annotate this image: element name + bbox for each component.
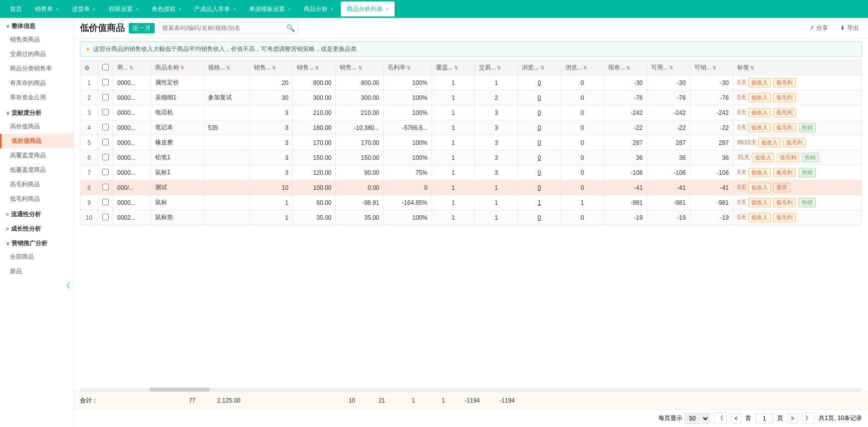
sort-icon-spec[interactable]: ⇅ [226, 65, 230, 70]
nav-close-icon[interactable]: × [386, 6, 389, 12]
nav-item[interactable]: 进货单× [66, 1, 102, 16]
row-checkbox[interactable] [102, 124, 109, 130]
cell-checkbox[interactable] [98, 135, 113, 150]
cell-checkbox[interactable] [98, 90, 113, 105]
cell-browse1[interactable]: 0 [518, 165, 561, 180]
cell-browse1[interactable]: 0 [518, 120, 561, 135]
sidebar-group-title[interactable]: >成长性分析 [0, 221, 73, 235]
nav-item[interactable]: 商品分析× [298, 1, 340, 16]
sort-icon-sales-amount[interactable]: ⇅ [315, 65, 319, 70]
search-input[interactable] [162, 24, 284, 31]
cell-browse1[interactable]: 0 [518, 105, 561, 120]
sort-icon-current-stock[interactable]: ⇅ [626, 65, 630, 70]
sort-icon-gross-margin[interactable]: ⇅ [407, 65, 411, 70]
sort-icon-available[interactable]: ⇅ [669, 65, 673, 70]
sort-icon-sales-profit[interactable]: ⇅ [358, 65, 362, 70]
sidebar-group-title[interactable]: ∨整体信息 [0, 18, 73, 32]
page-number-input[interactable] [755, 414, 773, 424]
row-checkbox[interactable] [102, 154, 109, 160]
row-checkbox[interactable] [102, 109, 109, 115]
sidebar-group-title[interactable]: ∨营销推广分析 [0, 235, 73, 250]
nav-item[interactable]: 产成品入库单× [188, 1, 242, 16]
cell-name[interactable]: 鼠标1 [151, 165, 204, 180]
sidebar-item[interactable]: 高价值商品 [0, 119, 73, 134]
sidebar-item[interactable]: 新品 [0, 264, 73, 279]
cell-name[interactable]: 属性定价 [151, 75, 204, 90]
cell-name[interactable]: 鼠标 [151, 195, 204, 210]
sidebar-item[interactable]: 高覆盖度商品 [0, 148, 73, 163]
table-container[interactable]: ⚙ 商...⇅ 商品名称⇅ 规格...⇅ 销售...⇅ 销售...⇅ 销售...… [80, 60, 862, 388]
sidebar-item[interactable]: 高毛利商品 [0, 177, 73, 192]
scrollbar-area[interactable] [80, 388, 862, 392]
sidebar-item[interactable]: 低覆盖度商品 [0, 163, 73, 177]
cell-name[interactable]: 笔记本 [151, 120, 204, 135]
sidebar-item[interactable]: 低毛利商品 [0, 192, 73, 206]
browse1-link[interactable]: 0 [538, 154, 541, 161]
cell-name[interactable]: 吴细细1 [151, 90, 204, 105]
nav-close-icon[interactable]: × [233, 6, 236, 12]
cell-checkbox[interactable] [98, 75, 113, 90]
sort-icon-name[interactable]: ⇅ [180, 65, 184, 70]
sort-icon-sellable[interactable]: ⇅ [712, 65, 716, 70]
sort-icon-browse1[interactable]: ⇅ [540, 65, 544, 70]
nav-item[interactable]: 首页 [4, 1, 28, 16]
nav-close-icon[interactable]: × [56, 6, 59, 12]
sort-icon-browse2[interactable]: ⇅ [583, 65, 587, 70]
cell-name[interactable]: 橡皮擦 [151, 135, 204, 150]
cell-checkbox[interactable] [98, 195, 113, 210]
nav-item[interactable]: 销售单× [29, 1, 65, 16]
first-page-btn[interactable]: 《 [714, 413, 727, 424]
select-all-checkbox[interactable] [102, 64, 109, 70]
sort-icon-code[interactable]: ⇅ [129, 65, 133, 70]
cell-browse1[interactable]: 0 [518, 90, 561, 105]
sort-icon-transactions[interactable]: ⇅ [497, 65, 501, 70]
sidebar-group-title[interactable]: >流通性分析 [0, 206, 73, 221]
nav-close-icon[interactable]: × [136, 6, 139, 12]
cell-browse1[interactable]: 0 [518, 150, 561, 165]
scrollbar-thumb[interactable] [150, 388, 210, 392]
nav-item[interactable]: 权限设置× [103, 1, 145, 16]
sidebar-item[interactable]: 有库存的商品 [0, 76, 73, 90]
nav-close-icon[interactable]: × [179, 6, 182, 12]
last-page-btn[interactable]: 》 [802, 413, 815, 424]
sort-icon-tags[interactable]: ⇅ [750, 65, 754, 70]
sidebar-collapse-btn[interactable]: 《 [0, 279, 73, 293]
cell-name[interactable]: 测试 [151, 180, 204, 195]
row-checkbox[interactable] [102, 214, 109, 220]
th-settings[interactable]: ⚙ [80, 60, 98, 75]
browse1-link[interactable]: 0 [538, 169, 541, 176]
search-icon[interactable]: 🔍 [286, 24, 295, 32]
cell-browse1[interactable]: 0 [518, 180, 561, 195]
cell-browse1[interactable]: 0 [518, 75, 561, 90]
cell-name[interactable]: 电话机 [151, 105, 204, 120]
next-page-btn[interactable]: > [787, 414, 798, 424]
browse1-link[interactable]: 0 [538, 139, 541, 146]
row-checkbox[interactable] [102, 184, 109, 190]
sidebar-item[interactable]: 商品分类销售率 [0, 61, 73, 76]
cell-checkbox[interactable] [98, 165, 113, 180]
row-checkbox[interactable] [102, 94, 109, 100]
cell-browse1[interactable]: 0 [518, 135, 561, 150]
sidebar-group-title[interactable]: ∨贡献度分析 [0, 105, 73, 119]
export-button[interactable]: ⬇ 导出 [837, 22, 862, 34]
row-checkbox[interactable] [102, 199, 109, 205]
filter-tag[interactable]: 近一月 [129, 23, 155, 33]
nav-close-icon[interactable]: × [331, 6, 334, 12]
row-checkbox[interactable] [102, 79, 109, 85]
browse1-link[interactable]: 0 [538, 214, 541, 221]
nav-close-icon[interactable]: × [93, 6, 96, 12]
sidebar-item[interactable]: 库存资金占用 [0, 90, 73, 105]
nav-close-icon[interactable]: × [288, 6, 291, 12]
nav-item[interactable]: 商品分析列表× [341, 1, 395, 16]
browse1-link[interactable]: 0 [538, 184, 541, 191]
nav-item[interactable]: 单据模板设置× [243, 1, 297, 16]
cell-name[interactable]: 鼠标垫 [151, 210, 204, 225]
browse1-link[interactable]: 0 [538, 79, 541, 86]
share-button[interactable]: ↗ 分享 [806, 22, 831, 34]
nav-item[interactable]: 角色授权× [146, 1, 188, 16]
sort-icon-sales-qty[interactable]: ⇅ [272, 65, 276, 70]
row-checkbox[interactable] [102, 169, 109, 175]
cell-name[interactable]: 铅笔1 [151, 150, 204, 165]
cell-browse1[interactable]: 1 [518, 195, 561, 210]
sidebar-item[interactable]: 销售类商品 [0, 32, 73, 47]
